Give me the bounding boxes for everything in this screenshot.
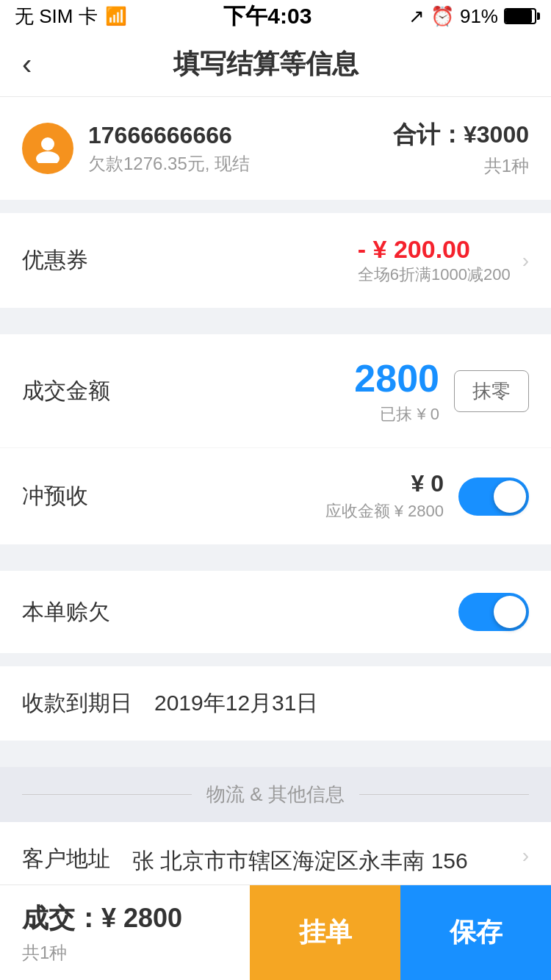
section-divider-3	[0, 754, 551, 767]
battery-icon	[504, 8, 536, 24]
logistics-line-left	[22, 794, 192, 795]
debt-section: 本单赊欠	[0, 571, 551, 653]
status-right: ↗ ⏰ 91%	[408, 5, 536, 28]
transaction-row: 成交金额 2800 已抹 ¥ 0 抹零	[0, 334, 551, 448]
wifi-icon: 📶	[105, 6, 127, 26]
debt-toggle[interactable]	[458, 593, 529, 631]
prepay-amount: ¥ 0	[325, 470, 444, 497]
coupon-chevron-icon: ›	[522, 249, 529, 273]
bottom-transaction-amount: ¥ 2800	[101, 903, 182, 933]
back-button[interactable]: ‹	[22, 48, 32, 81]
avatar	[22, 123, 73, 174]
coupon-label: 优惠券	[22, 245, 88, 275]
due-date-row: 收款到期日 2019年12月31日	[0, 666, 551, 741]
hang-button[interactable]: 挂单	[250, 885, 400, 980]
svg-point-1	[36, 151, 60, 163]
logistics-header: 物流 & 其他信息	[0, 767, 551, 822]
customer-total: 合计：¥3000 共1种	[393, 119, 529, 178]
bottom-bar: 成交：¥ 2800 共1种 挂单 保存	[0, 884, 551, 980]
coupon-row[interactable]: 优惠券 - ¥ 200.00 全场6折满1000减200 ›	[0, 213, 551, 308]
customer-phone: 17666666666	[88, 122, 250, 149]
customer-info-card: 17666666666 欠款1276.35元, 现结 合计：¥3000 共1种	[0, 97, 551, 200]
due-date-value: 2019年12月31日	[154, 688, 318, 718]
svg-point-0	[41, 137, 54, 151]
prepay-toggle[interactable]	[458, 478, 529, 516]
prepay-value-right: ¥ 0 应收金额 ¥ 2800	[325, 470, 529, 522]
battery-percent: 91%	[460, 5, 498, 28]
logistics-title: 物流 & 其他信息	[206, 782, 345, 807]
bottom-transaction-label: 成交：	[22, 903, 101, 933]
logistics-line-right	[359, 794, 529, 795]
debt-label: 本单赊欠	[22, 597, 110, 627]
transaction-amount-sub: 已抹 ¥ 0	[354, 403, 439, 425]
prepay-receivable: 应收金额 ¥ 2800	[325, 500, 444, 522]
round-up-button[interactable]: 抹零	[454, 370, 529, 412]
customer-details: 17666666666 欠款1276.35元, 现结	[88, 122, 250, 176]
carrier-text: 无 SIM 卡	[15, 4, 98, 29]
alarm-icon: ⏰	[431, 5, 454, 28]
nav-title: 填写结算等信息	[46, 46, 485, 82]
bottom-summary: 成交：¥ 2800 共1种	[0, 901, 250, 965]
bottom-actions: 挂单 保存	[250, 885, 551, 980]
prepay-row: 冲预收 ¥ 0 应收金额 ¥ 2800	[0, 448, 551, 544]
status-left: 无 SIM 卡 📶	[15, 4, 127, 29]
address-chevron-icon: ›	[522, 844, 529, 868]
transaction-section: 成交金额 2800 已抹 ¥ 0 抹零 冲预收 ¥ 0 应收金额 ¥ 2800	[0, 334, 551, 544]
total-amount: 合计：¥3000	[393, 119, 529, 151]
status-time: 下午4:03	[223, 1, 311, 32]
section-divider-2	[0, 558, 551, 571]
bottom-transaction-text: 成交：¥ 2800	[22, 901, 228, 937]
transaction-label: 成交金额	[22, 376, 110, 406]
due-date-label: 收款到期日	[22, 688, 132, 718]
coupon-right: - ¥ 200.00 全场6折满1000减200 ›	[358, 235, 529, 286]
transaction-amount: 2800	[354, 356, 439, 400]
customer-sub: 欠款1276.35元, 现结	[88, 152, 250, 176]
status-bar: 无 SIM 卡 📶 下午4:03 ↗ ⏰ 91%	[0, 0, 551, 32]
debt-value-right	[458, 593, 529, 631]
nav-bar: ‹ 填写结算等信息	[0, 32, 551, 97]
bottom-count: 共1种	[22, 941, 228, 965]
content: 17666666666 欠款1276.35元, 现结 合计：¥3000 共1种 …	[0, 97, 551, 980]
transaction-value-right: 2800 已抹 ¥ 0 抹零	[354, 356, 529, 425]
address-label: 客户地址	[22, 844, 110, 874]
coupon-desc: 全场6折满1000减200	[358, 264, 511, 286]
save-button[interactable]: 保存	[400, 885, 551, 980]
location-icon: ↗	[408, 5, 425, 28]
customer-left: 17666666666 欠款1276.35元, 现结	[22, 122, 250, 176]
coupon-discount: - ¥ 200.00	[358, 235, 511, 264]
prepay-label: 冲预收	[22, 481, 88, 511]
prepay-value: ¥ 0 应收金额 ¥ 2800	[325, 470, 444, 522]
section-divider-1	[0, 321, 551, 334]
debt-row: 本单赊欠	[0, 571, 551, 653]
total-sub: 共1种	[393, 154, 529, 178]
